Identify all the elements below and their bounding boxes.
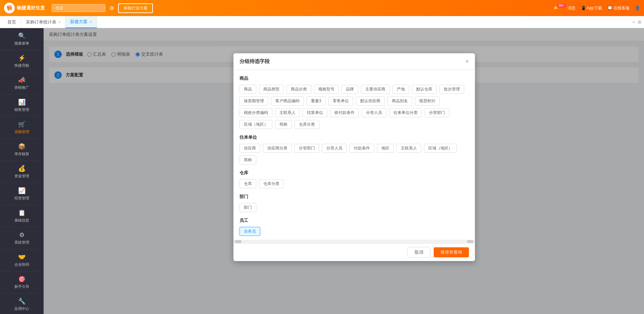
sidebar-item-search-label: 搜索菜单 [14,41,29,46]
notification-item[interactable]: 🔔99+消息 [553,5,576,11]
field-tag-payment-partner[interactable]: 付款条件 [350,144,374,153]
top-center: ⚙ 体验行业方案 [52,3,553,13]
tab-purchase-stats[interactable]: 采购订单统计表 × [21,16,65,28]
confirm-button[interactable]: 保存并查询 [434,247,469,257]
tab-purchase-close-icon[interactable]: × [58,16,60,28]
modal-footer: 取消 保存并查询 [233,243,475,261]
field-tag-spec-model[interactable]: 规格型号 [314,85,339,94]
field-tag-batch-mgmt[interactable]: 批次管理 [439,85,464,94]
sidebar-item-system[interactable]: ⚙ 系统管理 [0,227,44,249]
modal-title: 分组待选字段 [239,58,270,65]
field-tag-contact-partner[interactable]: 主联系人 [396,144,421,153]
field-tag-warehouse[interactable]: 仓库 [239,179,256,188]
modal-scroll-bottom[interactable] [233,240,475,243]
field-tag-payment-terms[interactable]: 收付款条件 [330,108,359,117]
field-tags-dept: 部门 [239,203,469,212]
sidebar-item-purchase-label: 采购管理 [14,129,29,134]
online-service-link[interactable]: 💬 在线客服 [607,5,630,11]
search-input[interactable] [52,4,105,12]
field-tag-manage-dept[interactable]: 分管部门 [425,108,449,117]
field-tag-supplier-category[interactable]: 供应商分类 [263,144,292,153]
field-tag-product-type[interactable]: 商品类型 [259,85,284,94]
cancel-button[interactable]: 取消 [408,247,430,258]
top-right: 🔔99+消息 📱 App下载 💬 在线客服 👤 [553,5,640,11]
field-group-dept-title: 部门 [239,194,469,200]
field-tag-abbr-partner[interactable]: 简称 [239,155,256,165]
system-icon: ⚙ [19,231,24,239]
field-tag-retail-unit[interactable]: 零售单位 [328,97,353,106]
field-tag-region-partner[interactable]: 地区 [377,144,394,153]
sidebar-item-quick-nav[interactable]: ⚡ 快捷导航 [0,50,44,72]
field-tag-area-partner[interactable]: 区域（地区） [424,144,457,153]
field-tag-default-warehouse[interactable]: 默认仓库 [412,85,437,94]
sidebar-item-purchase[interactable]: 🛒 采购管理 [0,117,44,139]
tab-home-label: 首页 [7,16,16,28]
basic-info-icon: 📋 [18,209,25,216]
avatar[interactable]: 👤 [635,6,640,10]
logo-icon: 畅 [4,3,15,13]
tab-bar-right: × ⊞ [632,19,641,24]
field-tag-salesperson[interactable]: 业务员 [239,227,260,236]
modal-close-button[interactable]: × [465,58,469,65]
collab-icon: 🤝 [18,253,25,261]
sidebar-item-search[interactable]: 🔍 搜索菜单 [0,28,44,50]
sidebar-item-collab[interactable]: 🤝 企业协同 [0,249,44,271]
sidebar-item-system-label: 系统管理 [14,240,29,245]
tab-close-all-icon[interactable]: × [632,19,635,24]
field-tag-warehouse-cat[interactable]: 仓库分类 [259,179,284,188]
gear-button[interactable]: ⚙ [108,4,115,13]
sidebar-item-inventory[interactable]: 📦 库存核算 [0,139,44,161]
field-group-employee: 员工 业务员 [239,217,469,236]
sidebar-item-marketing[interactable]: 📣 营销推广 [0,72,44,95]
field-tag-supplier[interactable]: 供应商 [239,144,260,153]
sidebar-item-apps[interactable]: 🔧 应用中心 [0,294,44,314]
field-tag-brand[interactable]: 品牌 [341,85,358,94]
field-tag-default-supplier[interactable]: 默认供应商 [356,97,385,106]
tab-expand-icon[interactable]: ⊞ [638,19,641,24]
field-tag-customer-code[interactable]: 客户商品编码 [271,97,304,106]
field-group-product-title: 商品 [239,75,469,81]
sidebar-item-finance[interactable]: 💰 资金管理 [0,161,44,183]
field-tag-weight3[interactable]: 重量3 [307,97,326,106]
field-tag-origin[interactable]: 产地 [392,85,409,94]
field-group-dept: 部门 部门 [239,194,469,212]
sidebar-item-sales-label: 销售管理 [14,107,29,112]
field-tags-warehouse: 仓库 仓库分类 [239,179,469,188]
field-tag-product-category[interactable]: 商品分类 [286,85,311,94]
field-tag-main-supplier[interactable]: 主要供应商 [361,85,390,94]
sidebar-item-guide[interactable]: 🎯 新手引导 [0,271,44,294]
field-tag-staff-partner[interactable]: 分管人员 [322,144,347,153]
tab-new-scheme[interactable]: 新建方案 × [65,16,97,28]
field-tag-warehouse-category[interactable]: 仓库分类 [294,120,319,129]
sidebar-item-quick-nav-label: 快捷导航 [14,63,29,68]
field-tag-main-contact[interactable]: 主联系人 [275,108,300,117]
sidebar-item-inventory-label: 库存核算 [14,151,29,156]
field-tag-pick-points[interactable]: 拣货积分 [415,97,440,106]
inventory-icon: 📦 [18,143,25,150]
quick-nav-icon: ⚡ [18,54,25,62]
trial-button[interactable]: 体验行业方案 [118,3,153,13]
field-tag-partner-category[interactable]: 往来单位分类 [389,108,422,117]
sidebar-item-sales[interactable]: 📊 销售管理 [0,95,44,117]
tab-new-scheme-close-icon[interactable]: × [90,16,92,28]
top-bar: 畅 畅捷通好生意 ⚙ 体验行业方案 🔔99+消息 📱 App下载 💬 在线客服 … [0,0,644,16]
sidebar-item-guide-label: 新手引导 [14,284,29,289]
field-tag-shelf-life[interactable]: 保质期管理 [239,97,268,106]
field-group-warehouse-title: 仓库 [239,170,469,176]
field-tags-partner: 供应商 供应商分类 分管部门 分管人员 付款条件 地区 主联系人 区域（地区） … [239,144,469,165]
field-tag-abbr-product[interactable]: 简称 [275,120,292,129]
field-tag-product-alias[interactable]: 商品别名 [387,97,412,106]
sidebar-item-basic-info-label: 基础信息 [14,218,29,223]
field-tag-dept[interactable]: 部门 [239,203,256,212]
field-tag-tax-code[interactable]: 税收分类编码 [239,108,272,117]
app-download-link[interactable]: 📱 App下载 [581,5,602,11]
sidebar-item-basic-info[interactable]: 📋 基础信息 [0,205,44,227]
tab-home[interactable]: 首页 [3,16,21,28]
field-tag-dept-partner[interactable]: 分管部门 [294,144,319,153]
field-tag-region-product[interactable]: 区域（地区） [239,120,272,129]
field-tag-product[interactable]: 商品 [239,85,256,94]
field-tag-settle-unit[interactable]: 结算单位 [303,108,327,117]
field-tag-manager-staff[interactable]: 分管人员 [362,108,386,117]
sidebar-item-operation[interactable]: 📈 经营管理 [0,183,44,205]
logo-area: 畅 畅捷通好生意 [4,3,45,13]
